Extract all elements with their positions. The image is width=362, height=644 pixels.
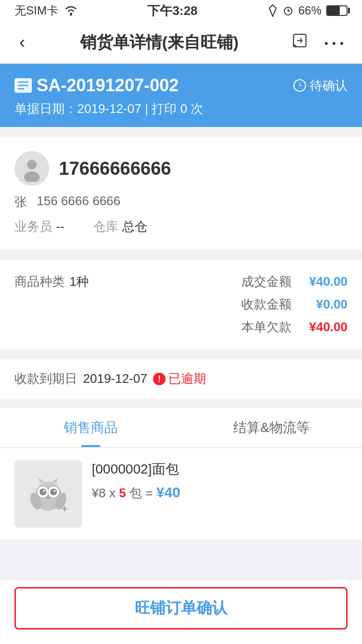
product-section: + [0000002]面包 ¥8 x 5 包 = ¥40 — [0, 448, 362, 539]
tabs-container: 销售商品 结算&物流等 — [0, 408, 362, 448]
svg-point-0 — [70, 14, 72, 16]
product-type-value: 1种 — [70, 273, 89, 290]
tab-sales-product-label: 销售商品 — [64, 419, 118, 437]
transaction-value: ¥40.00 — [299, 274, 348, 289]
warning-icon — [153, 373, 166, 385]
page-title: 销货单详情(来自旺铺) — [30, 31, 289, 54]
product-image: + — [24, 475, 72, 513]
salesperson-label: 业务员 — [14, 218, 52, 235]
tab-sales-product[interactable]: 销售商品 — [0, 408, 181, 447]
share-button[interactable] — [289, 29, 311, 55]
owed-label: 本单欠款 — [241, 319, 292, 336]
summary-right: 成交金额 ¥40.00 收款金额 ¥0.00 本单欠款 ¥40.00 — [241, 273, 348, 336]
carrier-text: 无SIM卡 — [14, 3, 58, 18]
nav-bar: ‹ 销货单详情(来自旺铺) — [0, 21, 362, 64]
warehouse-label: 仓库 — [93, 218, 118, 235]
more-button[interactable] — [320, 31, 348, 54]
owed-amount-item: 本单欠款 ¥40.00 — [241, 319, 348, 336]
customer-card: 17666666666 张 156 6666 6666 业务员 -- 仓库 总仓 — [0, 137, 362, 250]
product-unit: 包 — [129, 486, 142, 500]
battery-percent: 66% — [298, 4, 321, 17]
svg-point-24 — [54, 490, 56, 492]
tab-settlement-label: 结算&物流等 — [233, 419, 310, 437]
product-unit-price: ¥8 — [92, 486, 106, 500]
status-time: 下午3:28 — [147, 2, 197, 19]
order-id: SA-20191207-002 — [14, 75, 179, 96]
due-date-label: 收款到期日 — [14, 370, 77, 387]
transaction-amount-item: 成交金额 ¥40.00 — [241, 273, 348, 290]
svg-point-16 — [27, 160, 37, 169]
customer-phone: 17666666666 — [59, 158, 171, 179]
nav-actions — [289, 29, 348, 55]
svg-point-10 — [340, 42, 343, 45]
order-header-card: SA-20191207-002 待确认 单据日期：2019-12-07 | 打印… — [0, 64, 362, 127]
back-button[interactable]: ‹ — [14, 28, 30, 57]
transaction-label: 成交金额 — [241, 273, 292, 290]
customer-alt-phone: 156 6666 6666 — [37, 194, 121, 210]
alarm-icon — [283, 5, 293, 16]
tabs: 销售商品 结算&物流等 — [0, 408, 362, 447]
divider-1 — [14, 250, 348, 250]
due-date-card: 收款到期日 2019-12-07 已逾期 — [0, 359, 362, 399]
product-item: + [0000002]面包 ¥8 x 5 包 = ¥40 — [14, 460, 348, 528]
svg-point-9 — [333, 42, 335, 45]
received-label: 收款金额 — [241, 296, 292, 313]
overdue-text: 已逾期 — [168, 370, 206, 387]
battery-icon — [326, 5, 348, 16]
location-icon — [267, 4, 278, 17]
warehouse-value: 总仓 — [122, 218, 147, 235]
customer-detail: 张 156 6666 6666 — [14, 194, 348, 210]
salesperson-value: -- — [56, 219, 64, 234]
summary-card: 商品种类 1种 成交金额 ¥40.00 收款金额 ¥0.00 本单欠款 ¥40.… — [0, 260, 362, 349]
warehouse-item: 仓库 总仓 — [93, 218, 147, 235]
received-amount-item: 收款金额 ¥0.00 — [241, 296, 348, 313]
customer-meta: 业务员 -- 仓库 总仓 — [14, 218, 348, 235]
product-qty: 5 — [119, 486, 125, 500]
svg-point-8 — [325, 42, 328, 45]
order-icon — [14, 78, 32, 93]
customer-name: 张 — [14, 194, 27, 210]
status-right: 66% — [267, 4, 348, 17]
order-status-badge: 待确认 — [293, 77, 348, 94]
status-bar: 无SIM卡 下午3:28 66% — [0, 0, 362, 21]
battery-fill — [327, 6, 340, 15]
confirm-order-button[interactable]: 旺铺订单确认 — [14, 587, 348, 630]
product-info: [0000002]面包 ¥8 x 5 包 = ¥40 — [92, 460, 348, 502]
product-total: ¥40 — [156, 484, 181, 500]
svg-text:+: + — [62, 504, 68, 513]
svg-point-22 — [50, 489, 57, 495]
order-date: 单据日期：2019-12-07 | 打印 0 次 — [14, 100, 348, 117]
product-thumbnail: + — [14, 460, 82, 528]
svg-point-21 — [40, 489, 46, 495]
received-value: ¥0.00 — [299, 297, 348, 312]
product-type-label: 商品种类 — [14, 273, 65, 290]
overdue-badge: 已逾期 — [153, 370, 206, 387]
svg-marker-27 — [52, 477, 59, 483]
svg-point-23 — [43, 490, 45, 492]
wifi-icon — [64, 5, 78, 16]
salesperson-item: 业务员 -- — [14, 218, 64, 235]
product-multiply: x — [109, 486, 119, 500]
customer-avatar — [14, 151, 49, 186]
summary-left: 商品种类 1种 — [14, 273, 89, 290]
tab-settlement[interactable]: 结算&物流等 — [181, 408, 362, 447]
product-price: ¥8 x 5 包 = ¥40 — [92, 484, 348, 502]
due-date-value: 2019-12-07 — [83, 371, 147, 386]
product-type-item: 商品种类 1种 — [14, 273, 89, 290]
product-name: [0000002]面包 — [92, 460, 348, 478]
product-equals: = — [145, 486, 156, 500]
clock-icon — [293, 79, 306, 92]
order-status-text: 待确认 — [310, 77, 348, 94]
tab-active-indicator — [81, 445, 100, 447]
owed-value: ¥40.00 — [299, 320, 348, 335]
confirm-button-wrap: 旺铺订单确认 — [0, 579, 362, 644]
status-left: 无SIM卡 — [14, 3, 78, 18]
svg-marker-26 — [38, 477, 44, 483]
